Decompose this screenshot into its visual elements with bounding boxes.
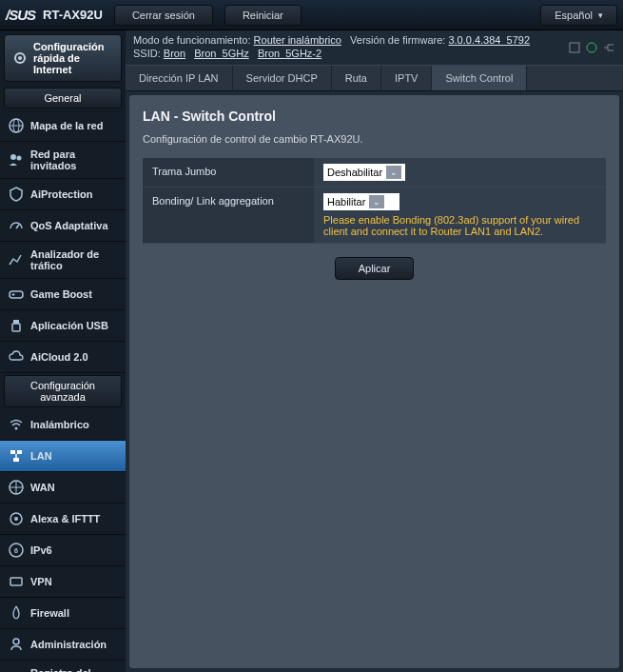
tabs: Dirección IP LAN Servidor DHCP Ruta IPTV…	[126, 65, 623, 91]
jumbo-frame-select[interactable]: Deshabilitar ⌄	[323, 164, 405, 181]
tab-iptv[interactable]: IPTV	[381, 66, 432, 90]
logo-block: /SUS RT-AX92U	[6, 7, 103, 23]
language-label: Español	[555, 10, 593, 21]
status-icon-3[interactable]	[602, 41, 615, 54]
nav-alexa-ifttt[interactable]: Alexa & IFTTT	[0, 504, 126, 535]
nav-aiprotection[interactable]: AiProtection	[0, 179, 126, 210]
tab-dhcp-server[interactable]: Servidor DHCP	[233, 66, 332, 90]
top-bar: /SUS RT-AX92U Cerrar sesión Reiniciar Es…	[0, 0, 623, 30]
gamepad-icon	[8, 286, 25, 303]
content-panel: LAN - Switch Control Configuración de co…	[129, 95, 619, 668]
mode-value[interactable]: Router inalámbrico	[254, 34, 341, 46]
svg-rect-25	[10, 578, 22, 585]
bonding-label: Bonding/ Link aggregation	[143, 188, 314, 244]
cloud-icon	[8, 348, 25, 366]
nav-label: WAN	[30, 482, 55, 493]
lan-icon	[8, 447, 25, 464]
sidebar: Configuración rápida de Internet General…	[0, 30, 126, 672]
nav-wan[interactable]: WAN	[0, 472, 126, 504]
svg-rect-12	[12, 324, 20, 331]
svg-point-22	[14, 517, 18, 521]
nav-label: Aplicación USB	[30, 320, 108, 331]
nav-traffic-analyzer[interactable]: Analizador de tráfico	[0, 242, 126, 279]
nav-label: Inalámbrico	[30, 419, 89, 430]
nav-label: Alexa & IFTTT	[30, 513, 100, 524]
nav-label: AiProtection	[30, 188, 92, 200]
chevron-down-icon: ⌄	[386, 166, 401, 179]
nav-vpn[interactable]: VPN	[0, 566, 126, 598]
tab-switch-control[interactable]: Switch Control	[432, 66, 527, 90]
nav-system-log[interactable]: Registro del sistema	[0, 661, 126, 672]
nav-game-boost[interactable]: Game Boost	[0, 279, 126, 310]
svg-line-7	[16, 225, 19, 228]
chart-icon	[8, 251, 25, 268]
nav-label: VPN	[30, 576, 52, 587]
nav-label: Mapa de la red	[30, 120, 103, 131]
tab-lan-ip[interactable]: Dirección IP LAN	[126, 66, 233, 90]
logout-button[interactable]: Cerrar sesión	[114, 5, 213, 26]
status-icon-1[interactable]	[568, 41, 581, 54]
chevron-down-icon: ⌄	[369, 195, 384, 208]
bonding-hint: Please enable Bonding (802.3ad) support …	[323, 214, 596, 237]
page-title: LAN - Switch Control	[143, 109, 606, 124]
section-general: General	[4, 88, 122, 109]
brand-logo: /SUS	[6, 7, 35, 23]
nav-label: QoS Adaptativa	[30, 220, 108, 231]
svg-rect-15	[17, 450, 22, 454]
nav-label: Analizador de tráfico	[30, 248, 118, 271]
admin-icon	[8, 636, 25, 653]
info-bar: Modo de funcionamiento: Router inalámbri…	[126, 30, 623, 65]
gear-icon	[12, 50, 28, 66]
globe-icon	[8, 479, 25, 496]
svg-point-32	[587, 43, 596, 52]
status-icons	[568, 34, 615, 61]
vpn-icon	[8, 573, 25, 590]
nav-lan[interactable]: LAN	[0, 441, 126, 472]
wifi-icon	[8, 416, 25, 433]
svg-point-5	[10, 154, 16, 160]
apply-button[interactable]: Aplicar	[335, 257, 415, 280]
svg-point-6	[17, 156, 22, 161]
reboot-button[interactable]: Reiniciar	[224, 5, 302, 26]
language-dropdown[interactable]: Español	[540, 5, 617, 26]
status-icon-2[interactable]	[585, 41, 598, 54]
jumbo-frame-label: Trama Jumbo	[143, 158, 314, 188]
nav-wireless[interactable]: Inalámbrico	[0, 409, 126, 441]
nav-aicloud[interactable]: AiCloud 2.0	[0, 342, 126, 373]
page-desc: Configuración de control de cambio RT-AX…	[143, 133, 606, 145]
nav-ipv6[interactable]: 6 IPv6	[0, 535, 126, 566]
nav-admin[interactable]: Administración	[0, 629, 126, 661]
settings-table: Trama Jumbo Deshabilitar ⌄ Bonding/ Link…	[143, 158, 606, 244]
nav-label: Game Boost	[30, 288, 92, 300]
bonding-select[interactable]: Habilitar ⌄	[323, 193, 399, 210]
nav-qos[interactable]: QoS Adaptativa	[0, 210, 126, 242]
tab-route[interactable]: Ruta	[332, 66, 381, 90]
svg-rect-8	[10, 291, 23, 298]
nav-label: IPv6	[30, 544, 52, 556]
mode-label: Modo de funcionamiento:	[133, 34, 251, 46]
nav-label: LAN	[30, 450, 52, 462]
ssid-value-2[interactable]: Bron_5GHz-2	[258, 48, 321, 59]
fw-label: Versión de firmware:	[350, 34, 445, 46]
nav-label: Registro del sistema	[30, 667, 118, 672]
nav-label: Administración	[30, 639, 107, 650]
shield-icon	[8, 186, 25, 203]
nav-network-map[interactable]: Mapa de la red	[0, 110, 126, 142]
quick-internet-setup[interactable]: Configuración rápida de Internet	[4, 34, 122, 82]
nav-firewall[interactable]: Firewall	[0, 598, 126, 629]
ssid-value-0[interactable]: Bron	[164, 48, 185, 59]
svg-text:6: 6	[14, 547, 18, 554]
ipv6-icon: 6	[8, 542, 25, 559]
ssid-label: SSID:	[133, 48, 161, 59]
nav-guest-network[interactable]: Red para invitados	[0, 142, 126, 179]
ssid-value-1[interactable]: Bron_5GHz	[194, 48, 248, 59]
gauge-icon	[8, 217, 25, 234]
svg-rect-16	[13, 458, 19, 462]
main-content: Modo de funcionamiento: Router inalámbri…	[126, 30, 623, 672]
nav-label: AiCloud 2.0	[30, 351, 88, 363]
fw-value[interactable]: 3.0.0.4.384_5792	[448, 34, 530, 46]
nav-usb-app[interactable]: Aplicación USB	[0, 310, 126, 342]
svg-rect-31	[570, 43, 579, 52]
jumbo-frame-value: Deshabilitar	[327, 167, 382, 178]
nav-label: Firewall	[30, 607, 69, 619]
